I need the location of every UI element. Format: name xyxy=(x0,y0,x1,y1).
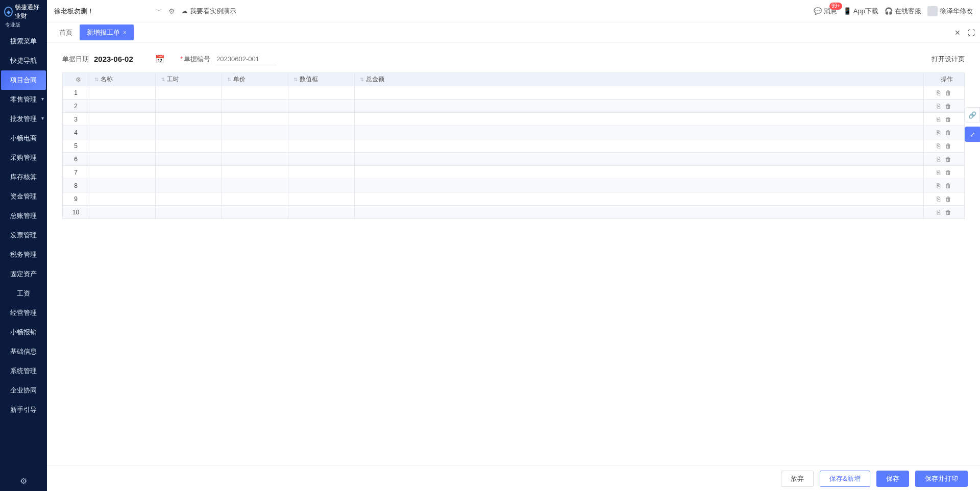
cell[interactable] xyxy=(156,153,222,166)
col-number[interactable]: ⇅数值框 xyxy=(288,73,355,86)
delete-row-icon[interactable]: 🗑 xyxy=(945,129,951,136)
col-total[interactable]: ⇅总金额 xyxy=(355,73,924,86)
open-designer-link[interactable]: 打开设计页 xyxy=(932,55,965,64)
table-config-icon[interactable]: ⚙ xyxy=(63,73,89,86)
cell[interactable] xyxy=(89,126,156,139)
cell[interactable] xyxy=(355,113,924,126)
tab-close-icon[interactable]: × xyxy=(123,29,127,36)
settings-gear-icon[interactable]: ⚙ xyxy=(20,477,27,485)
sidebar-item-15[interactable]: 小畅报销 xyxy=(0,323,47,342)
messages-link[interactable]: 💬 消息 99+ xyxy=(814,7,837,16)
cell[interactable] xyxy=(288,100,355,113)
delete-row-icon[interactable]: 🗑 xyxy=(945,182,951,189)
cell[interactable] xyxy=(89,100,156,113)
cell[interactable] xyxy=(89,192,156,206)
sidebar-item-6[interactable]: 采购管理 xyxy=(0,148,47,167)
sidebar-item-12[interactable]: 固定资产 xyxy=(0,264,47,284)
cell[interactable] xyxy=(222,113,288,126)
cell[interactable] xyxy=(288,179,355,192)
cell[interactable] xyxy=(222,179,288,192)
sidebar-item-10[interactable]: 发票管理 xyxy=(0,226,47,245)
cell[interactable] xyxy=(222,153,288,166)
copy-row-icon[interactable]: ⎘ xyxy=(937,156,940,163)
cell[interactable] xyxy=(222,139,288,153)
copy-row-icon[interactable]: ⎘ xyxy=(937,142,940,150)
tab-1[interactable]: 新增报工单× xyxy=(80,24,134,40)
cell[interactable] xyxy=(355,86,924,100)
cell[interactable] xyxy=(288,126,355,139)
save-and-print-button[interactable]: 保存并打印 xyxy=(915,471,968,487)
copy-row-icon[interactable]: ⎘ xyxy=(937,209,940,216)
cell[interactable] xyxy=(156,166,222,179)
delete-row-icon[interactable]: 🗑 xyxy=(945,103,951,110)
sidebar-item-11[interactable]: 税务管理 xyxy=(0,245,47,264)
delete-row-icon[interactable]: 🗑 xyxy=(945,89,951,96)
cell[interactable] xyxy=(288,153,355,166)
cell[interactable] xyxy=(222,100,288,113)
chevron-down-icon[interactable]: ﹀ xyxy=(156,7,162,15)
cell[interactable] xyxy=(222,166,288,179)
tab-0[interactable]: 首页 xyxy=(52,24,80,40)
cell[interactable] xyxy=(89,139,156,153)
cell[interactable] xyxy=(89,206,156,219)
cell[interactable] xyxy=(288,166,355,179)
customer-service-link[interactable]: 🎧 在线客服 xyxy=(885,7,921,16)
cell[interactable] xyxy=(355,139,924,153)
cell[interactable] xyxy=(89,179,156,192)
copy-row-icon[interactable]: ⎘ xyxy=(937,103,940,110)
cell[interactable] xyxy=(156,126,222,139)
sidebar-item-13[interactable]: 工资 xyxy=(0,284,47,303)
calendar-icon[interactable]: 📅 xyxy=(155,55,165,64)
sidebar-item-1[interactable]: 快捷导航 xyxy=(0,51,47,70)
cell[interactable] xyxy=(156,100,222,113)
col-name[interactable]: ⇅名称 xyxy=(89,73,156,86)
cell[interactable] xyxy=(288,192,355,206)
sidebar-item-5[interactable]: 小畅电商 xyxy=(0,129,47,148)
delete-row-icon[interactable]: 🗑 xyxy=(945,142,951,150)
cell[interactable] xyxy=(156,179,222,192)
sidebar-item-16[interactable]: 基础信息 xyxy=(0,342,47,361)
copy-row-icon[interactable]: ⎘ xyxy=(937,169,940,176)
expand-button[interactable]: ⤢ xyxy=(965,127,980,142)
cell[interactable] xyxy=(355,192,924,206)
delete-row-icon[interactable]: 🗑 xyxy=(945,209,951,216)
col-hours[interactable]: ⇅工时 xyxy=(156,73,222,86)
cell[interactable] xyxy=(288,113,355,126)
sidebar-item-8[interactable]: 资金管理 xyxy=(0,187,47,206)
cell[interactable] xyxy=(222,86,288,100)
code-input[interactable] xyxy=(215,53,277,65)
app-download-link[interactable]: 📱 App下载 xyxy=(843,7,878,16)
fullscreen-icon[interactable]: ⛶ xyxy=(968,29,975,37)
sidebar-item-2[interactable]: 项目合同 xyxy=(1,70,46,90)
cell[interactable] xyxy=(355,179,924,192)
user-menu[interactable]: 徐泽华修改 xyxy=(927,6,973,16)
sidebar-item-17[interactable]: 系统管理 xyxy=(0,361,47,381)
cell[interactable] xyxy=(355,206,924,219)
cell[interactable] xyxy=(89,113,156,126)
date-input[interactable] xyxy=(94,55,150,64)
cell[interactable] xyxy=(89,86,156,100)
tenant-selector[interactable]: 徐老板勿删！ ﹀ xyxy=(54,7,162,16)
cell[interactable] xyxy=(222,126,288,139)
cell[interactable] xyxy=(355,153,924,166)
sidebar-item-18[interactable]: 企业协同 xyxy=(0,381,47,400)
cell[interactable] xyxy=(156,206,222,219)
cell[interactable] xyxy=(355,126,924,139)
cell[interactable] xyxy=(355,100,924,113)
cell[interactable] xyxy=(156,86,222,100)
copy-row-icon[interactable]: ⎘ xyxy=(937,182,940,189)
save-and-new-button[interactable]: 保存&新增 xyxy=(820,471,870,487)
cell[interactable] xyxy=(156,192,222,206)
cell[interactable] xyxy=(222,206,288,219)
delete-row-icon[interactable]: 🗑 xyxy=(945,116,951,123)
cell[interactable] xyxy=(288,86,355,100)
sidebar-item-19[interactable]: 新手引导 xyxy=(0,400,47,420)
sidebar-item-7[interactable]: 库存核算 xyxy=(0,167,47,187)
copy-row-icon[interactable]: ⎘ xyxy=(937,116,940,123)
header-gear-icon[interactable]: ⚙ xyxy=(168,7,175,15)
col-price[interactable]: ⇅单价 xyxy=(222,73,288,86)
cell[interactable] xyxy=(89,166,156,179)
close-all-tabs-icon[interactable]: ✕ xyxy=(954,29,961,37)
cell[interactable] xyxy=(89,153,156,166)
cell[interactable] xyxy=(156,139,222,153)
